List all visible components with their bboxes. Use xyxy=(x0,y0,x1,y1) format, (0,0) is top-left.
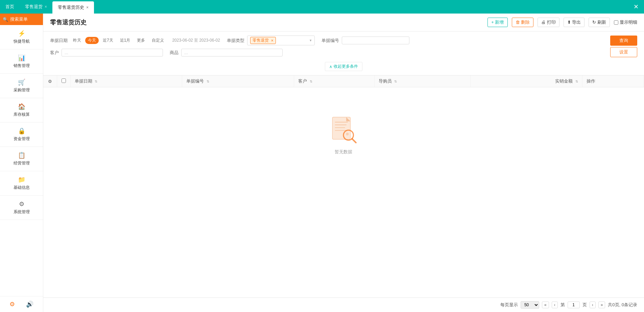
last-page-button[interactable]: » xyxy=(598,302,605,308)
page-prefix-label: 第 xyxy=(560,302,565,308)
doc-type-tag: 零售退货 × xyxy=(250,37,276,44)
doc-type-label: 单据类型 xyxy=(227,38,244,44)
query-button[interactable]: 查询 xyxy=(610,36,637,46)
th-customer[interactable]: 客户 ⇅ xyxy=(294,75,374,87)
purchase-icon: 🛒 xyxy=(18,79,25,86)
table-body: 暂无数据 xyxy=(43,87,644,182)
main-content: 零售退货历史 + 新增 🗑 删除 🖨 打印 ⬆ 导出 ↻ 刷新 显示明细 xyxy=(43,14,644,312)
show-detail-checkbox[interactable]: 显示明细 xyxy=(614,19,637,25)
print-button[interactable]: 🖨 打印 xyxy=(538,18,559,27)
sidebar-item-quick-nav[interactable]: ⚡ 快捷导航 xyxy=(0,25,43,49)
sort-doc-date-icon: ⇅ xyxy=(95,80,97,83)
doc-no-label: 单据编号 xyxy=(321,38,339,44)
delete-button[interactable]: 🗑 删除 xyxy=(512,18,534,27)
empty-state: 暂无数据 xyxy=(43,87,644,182)
collapse-filter-button[interactable]: ∧ 收起更多条件 xyxy=(325,62,362,71)
per-page-select[interactable]: 50 20 100 xyxy=(521,301,539,309)
show-detail-input[interactable] xyxy=(614,20,618,25)
page-number-input[interactable] xyxy=(568,302,580,308)
filter-date-options: 昨天 今天 近7天 近1月 更多 自定义 xyxy=(70,37,167,44)
sort-doc-no-icon: ⇅ xyxy=(207,80,209,83)
svg-line-7 xyxy=(352,139,356,142)
sidebar: 🔍 搜索菜单 ⚡ 快捷导航 📊 销售管理 🛒 采购管理 🏠 库存核算 🔒 资金管… xyxy=(0,14,43,312)
filter-doc-no-group: 单据编号 xyxy=(321,37,409,44)
sidebar-item-inventory[interactable]: 🏠 库存核算 xyxy=(0,98,43,122)
page-suffix-label: 页 xyxy=(582,302,587,308)
header-actions: + 新增 🗑 删除 🖨 打印 ⬆ 导出 ↻ 刷新 显示明细 xyxy=(487,18,637,27)
export-button[interactable]: ⬆ 导出 xyxy=(564,18,585,27)
th-doc-no[interactable]: 单据编号 ⇅ xyxy=(182,75,294,87)
tab-retail-return-history[interactable]: 零售退货历史 × xyxy=(52,1,94,14)
sidebar-bottom: ⚙ 🔊 xyxy=(0,296,43,312)
first-page-button[interactable]: « xyxy=(542,302,549,308)
next-page-button[interactable]: › xyxy=(590,302,596,308)
doc-type-select[interactable]: 零售退货 × ▾ xyxy=(247,36,315,45)
pagination-summary: 共0页, 0条记录 xyxy=(608,302,637,308)
tab-home[interactable]: 首页 xyxy=(0,4,20,10)
sidebar-item-system[interactable]: ⚙ 系统管理 xyxy=(0,196,43,220)
product-label: 商品 xyxy=(170,50,178,56)
prev-page-button[interactable]: ‹ xyxy=(552,302,558,308)
th-action: 操作 xyxy=(582,75,644,87)
close-tab1-icon[interactable]: × xyxy=(45,4,47,9)
date-option-7days[interactable]: 近7天 xyxy=(100,37,116,44)
filter-row-2: 客户 ... 商品 ... xyxy=(50,49,603,57)
product-select[interactable]: ... xyxy=(181,49,283,57)
refresh-button[interactable]: ↻ 刷新 xyxy=(589,18,610,27)
window-close-button[interactable]: ✕ xyxy=(634,3,644,10)
close-tab2-icon[interactable]: × xyxy=(86,5,89,10)
filter-product-group: 商品 ... xyxy=(170,49,283,57)
customer-placeholder: ... xyxy=(65,50,68,55)
doc-no-input[interactable] xyxy=(342,37,409,44)
chevron-up-icon: ∧ xyxy=(329,64,332,69)
settings-filter-button[interactable]: 设置 xyxy=(610,47,637,57)
th-amount[interactable]: 实销金额 ⇅ xyxy=(471,75,582,87)
filter-row-1: 单据日期 昨天 今天 近7天 近1月 更多 自定义 2023-06-02 至 2… xyxy=(50,36,603,45)
sidebar-item-purchase[interactable]: 🛒 采购管理 xyxy=(0,74,43,98)
th-checkbox xyxy=(57,75,70,87)
quick-nav-icon: ⚡ xyxy=(18,30,25,37)
date-option-today[interactable]: 今天 xyxy=(85,37,99,44)
sidebar-item-sales[interactable]: 📊 销售管理 xyxy=(0,49,43,74)
sales-icon: 📊 xyxy=(18,54,25,62)
date-option-more[interactable]: 更多 xyxy=(134,37,148,44)
th-doc-date[interactable]: 单据日期 ⇅ xyxy=(70,75,182,87)
settings-icon[interactable]: ⚙ xyxy=(9,300,15,308)
new-button[interactable]: + 新增 xyxy=(487,18,507,27)
th-guide[interactable]: 导购员 ⇅ xyxy=(374,75,470,87)
filter-date-group: 单据日期 昨天 今天 近7天 近1月 更多 自定义 2023-06-02 至 2… xyxy=(50,37,220,44)
sidebar-item-operations[interactable]: 📋 经营管理 xyxy=(0,147,43,171)
sort-customer-icon: ⇅ xyxy=(310,80,312,83)
sidebar-item-basic-info[interactable]: 📁 基础信息 xyxy=(0,171,43,196)
date-option-custom[interactable]: 自定义 xyxy=(149,37,167,44)
basic-info-icon: 📁 xyxy=(18,176,25,183)
date-option-yesterday[interactable]: 昨天 xyxy=(70,37,84,44)
th-setting[interactable]: ⚙ xyxy=(43,75,57,87)
sidebar-item-finance[interactable]: 🔒 资金管理 xyxy=(0,122,43,147)
pagination: 每页显示 50 20 100 « ‹ 第 页 › » 共0页, 0条记录 xyxy=(43,297,644,312)
tab-retail-return[interactable]: 零售退货 × xyxy=(20,0,52,14)
operations-icon: 📋 xyxy=(18,152,25,159)
page-title: 零售退货历史 xyxy=(50,18,87,26)
table-header-row: ⚙ 单据日期 ⇅ 单据编号 ⇅ 客户 xyxy=(43,75,644,87)
data-table: ⚙ 单据日期 ⇅ 单据编号 ⇅ 客户 xyxy=(43,75,644,182)
main-layout: 🔍 搜索菜单 ⚡ 快捷导航 📊 销售管理 🛒 采购管理 🏠 库存核算 🔒 资金管… xyxy=(0,14,644,312)
select-all-checkbox[interactable] xyxy=(62,79,66,83)
filter-customer-group: 客户 ... xyxy=(50,49,163,57)
inventory-icon: 🏠 xyxy=(18,103,25,110)
customer-select[interactable]: ... xyxy=(62,49,163,57)
date-filter-label: 单据日期 xyxy=(50,38,68,44)
audio-icon[interactable]: 🔊 xyxy=(26,300,33,308)
per-page-label: 每页显示 xyxy=(500,302,518,308)
remove-doc-type-icon[interactable]: × xyxy=(271,38,273,43)
empty-state-row: 暂无数据 xyxy=(43,87,644,182)
sidebar-search[interactable]: 🔍 搜索菜单 xyxy=(0,14,43,25)
date-option-1month[interactable]: 近1月 xyxy=(117,37,133,44)
page-header: 零售退货历史 + 新增 🗑 删除 🖨 打印 ⬆ 导出 ↻ 刷新 显示明细 xyxy=(43,14,644,31)
filter-area: 单据日期 昨天 今天 近7天 近1月 更多 自定义 2023-06-02 至 2… xyxy=(43,31,644,75)
date-range-display: 2023-06-02 至 2023-06-02 xyxy=(172,38,220,43)
customer-label: 客户 xyxy=(50,50,59,56)
search-icon: 🔍 xyxy=(3,17,8,22)
svg-point-8 xyxy=(346,133,349,135)
system-icon: ⚙ xyxy=(19,200,24,208)
